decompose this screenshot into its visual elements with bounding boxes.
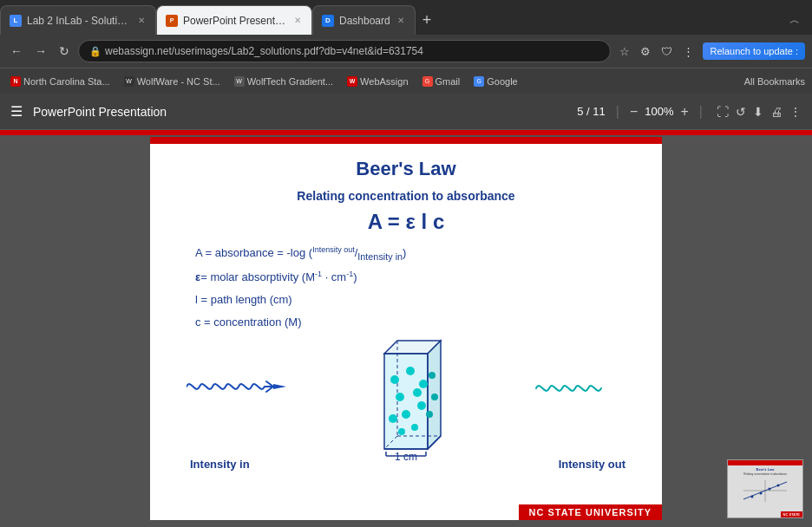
svg-point-18 [431,394,438,400]
relaunch-button[interactable]: Relaunch to update : [703,42,805,60]
cuvette-svg [367,336,445,458]
svg-marker-0 [273,384,286,389]
thumbnail-chart [739,478,791,504]
tab-ppt-favicon: P [166,15,178,27]
wave-right-group [532,375,627,405]
bookmark-ncstate[interactable]: N North Carolina Sta... [7,75,114,88]
bookmark-ncstate-favicon: N [10,76,21,87]
slide-footer: NC STATE UNIVERSITY [519,504,662,520]
bookmark-ncstate-label: North Carolina Sta... [23,76,110,87]
bookmark-webassign-label: WebAssign [360,76,408,87]
tab-dash-close[interactable]: ✕ [396,14,406,27]
shield-icon[interactable]: 🛡 [658,42,676,62]
slide-red-bar [150,137,662,144]
bookmark-wolftech-favicon: W [234,76,245,87]
divider-2: | [699,104,703,120]
wave-left-svg [187,374,299,400]
bookmark-webassign-favicon: W [347,76,357,87]
svg-point-13 [417,401,426,410]
reload-button[interactable]: ↻ [56,41,73,62]
slide-area: Beer's Law Relating concentration to abs… [0,130,812,527]
svg-point-17 [429,372,435,379]
tab-lab[interactable]: L Lab 2 InLab - Solutions and S... ✕ [0,5,156,35]
ppt-title: PowerPoint Presentation [33,105,566,119]
more-icon[interactable]: ⋮ [679,42,697,62]
top-accent-bar [0,130,812,135]
def-concentration: c = concentration (M) [195,312,634,332]
tab-ppt[interactable]: P PowerPoint Presentation ✕ [156,5,312,35]
svg-point-11 [413,388,422,397]
slide-nav: 5 / 11 | − 100% + | [577,104,706,120]
fullscreen-icon[interactable]: ⛶ [717,105,729,119]
intensity-out-label: Intensity out [559,458,625,471]
svg-point-16 [398,428,405,435]
intensity-in-label: Intensity in [190,458,250,471]
bookmark-google[interactable]: G Google [470,75,521,88]
bookmark-wolftech[interactable]: W WolfTech Gradient... [231,75,337,88]
more-options-icon[interactable]: ⋮ [789,105,802,119]
main-formula: A = ε l c [178,210,634,234]
svg-point-19 [426,411,433,418]
svg-rect-3 [384,354,428,449]
thumbnail-content: Beer's Law Relating concentration to abs… [728,465,802,505]
ruler-label: 1 cm [395,451,417,463]
tab-dash-title: Dashboard [339,15,390,27]
rotate-icon[interactable]: ↺ [736,105,746,119]
bookmark-wolfware-favicon: W [124,76,134,87]
toolbar-icons: ☆ ⚙ 🛡 ⋮ [616,42,697,62]
address-bar: ← → ↻ 🔒 webassign.net/userimages/Lab2_so… [0,35,812,68]
tab-ppt-close[interactable]: ✕ [292,14,303,27]
svg-point-7 [390,375,399,384]
tab-dashboard[interactable]: D Dashboard ✕ [312,5,416,35]
slide-counter: 5 / 11 [577,105,606,118]
address-input[interactable]: 🔒 webassign.net/userimages/Lab2_solution… [78,40,611,62]
wave-left-group [187,374,299,400]
download-icon[interactable]: ⬇ [753,105,763,119]
bookmark-gmail-label: Gmail [435,76,461,87]
bookmark-star-icon[interactable]: ☆ [616,42,633,62]
lock-icon: 🔒 [89,46,102,57]
bookmark-google-label: Google [487,76,517,87]
tab-dash-favicon: D [322,15,334,27]
all-bookmarks[interactable]: All Bookmarks [744,76,805,87]
bookmark-gmail-favicon: G [422,76,433,87]
tab-bar: L Lab 2 InLab - Solutions and S... ✕ P P… [0,0,812,35]
tab-ppt-title: PowerPoint Presentation [183,15,287,27]
zoom-in-button[interactable]: + [681,104,689,120]
wave-right-svg [532,375,627,401]
def-length: l = path length (cm) [195,290,634,309]
bookmark-wolftech-label: WolfTech Gradient... [247,76,333,87]
tab-lab-title: Lab 2 InLab - Solutions and S... [27,15,131,27]
svg-point-14 [389,414,397,423]
svg-point-12 [402,410,410,419]
def-epsilon: ε= molar absorptivity (M-1 · cm-1) [195,267,634,288]
new-tab-button[interactable]: + [416,11,439,29]
zoom-display: 100% [645,105,673,118]
zoom-out-button[interactable]: − [630,104,638,120]
svg-point-8 [406,367,415,375]
back-button[interactable]: ← [7,41,26,62]
forward-button[interactable]: → [31,41,50,62]
thumbnail-title: Beer's Law [756,467,775,472]
ppt-menu-icon[interactable]: ☰ [10,103,23,120]
divider-1: | [616,104,619,120]
extension-icon[interactable]: ⚙ [637,42,654,62]
bookmark-wolfware-label: WolfWare - NC St... [137,76,220,87]
ppt-toolbar: ☰ PowerPoint Presentation 5 / 11 | − 100… [0,94,812,130]
bookmark-google-favicon: G [474,76,484,87]
bookmark-gmail[interactable]: G Gmail [419,75,464,88]
slide: Beer's Law Relating concentration to abs… [150,137,662,520]
bookmark-webassign[interactable]: W WebAssign [344,75,411,88]
def-absorbance: A = absorbance = -log (Intensity out/Int… [195,243,634,265]
slide-content: Beer's Law Relating concentration to abs… [150,144,662,520]
bookmark-wolfware[interactable]: W WolfWare - NC St... [121,75,224,88]
tab-lab-close[interactable]: ✕ [136,14,147,27]
window-controls: ︿ [438,13,812,28]
browser-chrome: L Lab 2 InLab - Solutions and S... ✕ P P… [0,0,812,130]
svg-point-29 [769,488,771,491]
window-minimize[interactable]: ︿ [784,13,805,28]
ppt-toolbar-right: ⛶ ↺ ⬇ 🖨 ⋮ [717,105,802,119]
svg-point-15 [411,424,418,431]
print-icon[interactable]: 🖨 [770,105,783,119]
thumbnail-footer: NC STATE [781,511,802,517]
